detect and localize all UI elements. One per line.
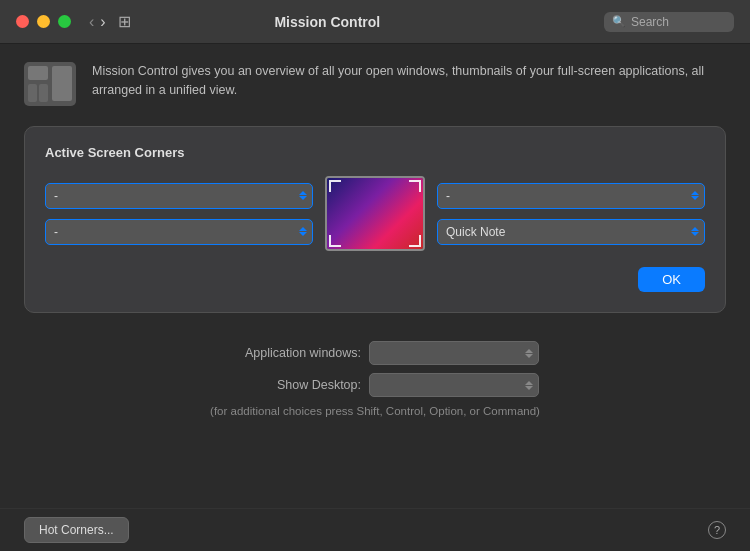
hint-text: (for additional choices press Shift, Con… [24, 405, 726, 417]
search-icon: 🔍 [612, 15, 626, 28]
app-windows-row: Application windows: [24, 341, 726, 365]
bottom-left-corner-select-wrapper: - Mission Control Application Windows De… [45, 219, 313, 245]
show-desktop-row: Show Desktop: [24, 373, 726, 397]
window-title: Mission Control [51, 14, 604, 30]
svg-rect-2 [39, 84, 48, 102]
search-placeholder: Search [631, 15, 669, 29]
app-windows-select-wrap [369, 341, 539, 365]
close-button[interactable] [16, 15, 29, 28]
app-windows-label: Application windows: [211, 346, 361, 360]
corner-br-indicator [409, 235, 421, 247]
footer: Hot Corners... ? [0, 508, 750, 551]
screen-preview-image [327, 178, 423, 249]
ok-row: OK [45, 267, 705, 292]
search-box[interactable]: 🔍 Search [604, 12, 734, 32]
corner-bl-indicator [329, 235, 341, 247]
help-icon[interactable]: ? [708, 521, 726, 539]
show-desktop-label: Show Desktop: [211, 378, 361, 392]
minimize-button[interactable] [37, 15, 50, 28]
show-desktop-select[interactable] [369, 373, 539, 397]
app-icon [24, 62, 76, 106]
bottom-area: Application windows: Show Desktop: (for … [0, 329, 750, 441]
top-left-corner-select[interactable]: - Mission Control Application Windows De… [45, 183, 313, 209]
corner-tr-indicator [409, 180, 421, 192]
svg-rect-3 [52, 66, 72, 101]
svg-rect-0 [28, 66, 48, 80]
app-windows-select[interactable] [369, 341, 539, 365]
titlebar: ‹ › ⊞ Mission Control 🔍 Search [0, 0, 750, 44]
bottom-right-corner-select[interactable]: - Mission Control Application Windows De… [437, 219, 705, 245]
description-text: Mission Control gives you an overview of… [92, 62, 726, 100]
corners-layout: - Mission Control Application Windows De… [45, 176, 705, 251]
ok-button[interactable]: OK [638, 267, 705, 292]
main-content: Mission Control gives you an overview of… [0, 44, 750, 329]
description-area: Mission Control gives you an overview of… [24, 62, 726, 106]
svg-rect-1 [28, 84, 37, 102]
show-desktop-select-wrap [369, 373, 539, 397]
bottom-right-corner-select-wrapper: - Mission Control Application Windows De… [437, 219, 705, 245]
top-right-corner-select[interactable]: - Mission Control Application Windows De… [437, 183, 705, 209]
screen-preview [325, 176, 425, 251]
top-right-corner-select-wrapper: - Mission Control Application Windows De… [437, 183, 705, 209]
active-screen-corners-panel: Active Screen Corners - Mission Control … [24, 126, 726, 313]
hot-corners-button[interactable]: Hot Corners... [24, 517, 129, 543]
bottom-left-corner-select[interactable]: - Mission Control Application Windows De… [45, 219, 313, 245]
corner-tl-indicator [329, 180, 341, 192]
top-left-corner-select-wrapper: - Mission Control Application Windows De… [45, 183, 313, 209]
panel-title: Active Screen Corners [45, 145, 705, 160]
